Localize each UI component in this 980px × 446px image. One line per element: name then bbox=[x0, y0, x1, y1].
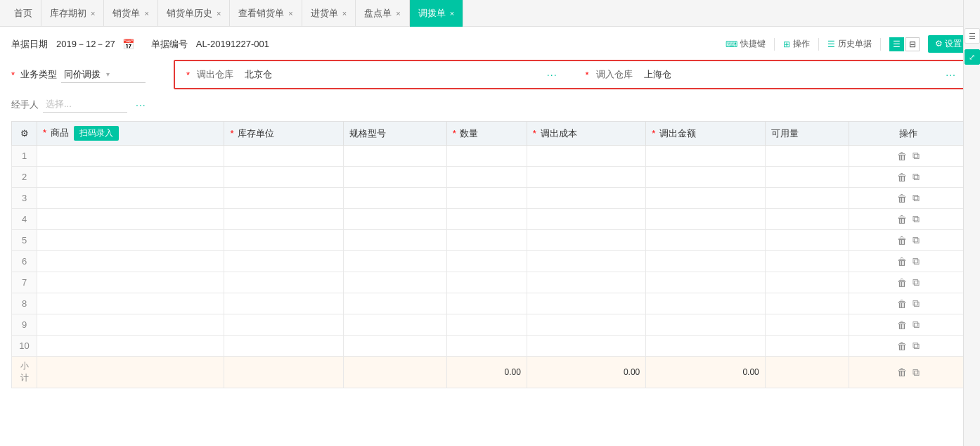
row-1-unit[interactable] bbox=[224, 146, 343, 167]
transfer-in-more-button[interactable]: ··· bbox=[946, 69, 956, 80]
row-3-amount[interactable] bbox=[646, 188, 765, 209]
row-10-available[interactable] bbox=[765, 336, 849, 357]
row-9-quantity[interactable] bbox=[446, 314, 527, 336]
row-1-copy-icon[interactable]: ⧉ bbox=[911, 150, 921, 162]
row-3-unit[interactable] bbox=[224, 188, 343, 209]
row-4-unit[interactable] bbox=[224, 209, 343, 230]
row-7-available[interactable] bbox=[765, 272, 849, 293]
row-9-amount[interactable] bbox=[646, 314, 765, 336]
row-6-cost[interactable] bbox=[527, 251, 645, 272]
row-7-cost[interactable] bbox=[527, 272, 645, 293]
row-6-spec[interactable] bbox=[343, 251, 446, 272]
row-5-quantity[interactable] bbox=[446, 230, 527, 251]
row-4-amount[interactable] bbox=[646, 209, 765, 230]
row-1-spec[interactable] bbox=[343, 146, 446, 167]
row-11-unit[interactable] bbox=[224, 357, 343, 388]
row-11-delete-icon[interactable]: 🗑 bbox=[896, 367, 908, 378]
tab-inventory-check-close[interactable]: × bbox=[396, 9, 400, 18]
row-4-spec[interactable] bbox=[343, 209, 446, 230]
row-7-product[interactable] bbox=[37, 272, 224, 293]
row-1-cost[interactable] bbox=[527, 146, 645, 167]
row-7-quantity[interactable] bbox=[446, 272, 527, 293]
row-6-product[interactable] bbox=[37, 251, 224, 272]
tab-sales-history[interactable]: 销货单历史 × bbox=[158, 0, 230, 27]
row-6-quantity[interactable] bbox=[446, 251, 527, 272]
row-7-amount[interactable] bbox=[646, 272, 765, 293]
row-7-unit[interactable] bbox=[224, 272, 343, 293]
row-8-cost[interactable] bbox=[527, 293, 645, 314]
row-1-amount[interactable] bbox=[646, 146, 765, 167]
tab-sales-order-close[interactable]: × bbox=[144, 9, 148, 18]
row-9-spec[interactable] bbox=[343, 314, 446, 336]
row-3-cost[interactable] bbox=[527, 188, 645, 209]
row-5-cost[interactable] bbox=[527, 230, 645, 251]
transfer-out-more-button[interactable]: ··· bbox=[547, 69, 557, 80]
tab-purchase[interactable]: 进货单 × bbox=[302, 0, 356, 27]
row-6-amount[interactable] bbox=[646, 251, 765, 272]
row-1-quantity[interactable] bbox=[446, 146, 527, 167]
row-8-unit[interactable] bbox=[224, 293, 343, 314]
tab-inventory-init-close[interactable]: × bbox=[91, 9, 95, 18]
row-11-amount[interactable]: 0.00 bbox=[646, 357, 765, 388]
shortcuts-button[interactable]: ⌨ 快捷键 bbox=[726, 38, 766, 50]
row-3-available[interactable] bbox=[765, 188, 849, 209]
row-5-delete-icon[interactable]: 🗑 bbox=[896, 235, 908, 246]
tab-transfer[interactable]: 调拨单 × bbox=[410, 0, 463, 27]
row-2-cost[interactable] bbox=[527, 167, 645, 188]
row-10-quantity[interactable] bbox=[446, 336, 527, 357]
tab-purchase-close[interactable]: × bbox=[342, 9, 347, 18]
row-9-unit[interactable] bbox=[224, 314, 343, 336]
row-11-cost[interactable]: 0.00 bbox=[527, 357, 645, 388]
row-9-cost[interactable] bbox=[527, 314, 645, 336]
row-11-quantity[interactable]: 0.00 bbox=[446, 357, 527, 388]
row-8-delete-icon[interactable]: 🗑 bbox=[896, 298, 908, 310]
calendar-icon[interactable]: 📅 bbox=[122, 39, 134, 50]
row-7-copy-icon[interactable]: ⧉ bbox=[911, 276, 921, 288]
row-9-delete-icon[interactable]: 🗑 bbox=[896, 319, 908, 331]
row-8-copy-icon[interactable]: ⧉ bbox=[911, 298, 921, 310]
row-10-spec[interactable] bbox=[343, 336, 446, 357]
row-1-product[interactable] bbox=[37, 146, 224, 167]
row-2-quantity[interactable] bbox=[446, 167, 527, 188]
row-5-copy-icon[interactable]: ⧉ bbox=[911, 234, 921, 246]
row-2-amount[interactable] bbox=[646, 167, 765, 188]
row-3-delete-icon[interactable]: 🗑 bbox=[896, 193, 908, 204]
row-3-spec[interactable] bbox=[343, 188, 446, 209]
operations-button[interactable]: ⊞ 操作 bbox=[783, 38, 810, 50]
agent-select[interactable]: 选择... bbox=[43, 96, 127, 113]
row-9-copy-icon[interactable]: ⧉ bbox=[911, 319, 921, 331]
row-9-product[interactable] bbox=[37, 314, 224, 336]
row-2-spec[interactable] bbox=[343, 167, 446, 188]
row-4-cost[interactable] bbox=[527, 209, 645, 230]
row-7-delete-icon[interactable]: 🗑 bbox=[896, 277, 908, 288]
row-3-quantity[interactable] bbox=[446, 188, 527, 209]
row-11-copy-icon[interactable]: ⧉ bbox=[911, 367, 921, 378]
row-5-product[interactable] bbox=[37, 230, 224, 251]
row-7-spec[interactable] bbox=[343, 272, 446, 293]
row-8-spec[interactable] bbox=[343, 293, 446, 314]
tab-view-sales-close[interactable]: × bbox=[288, 9, 292, 18]
col-settings-header[interactable]: ⚙ bbox=[12, 122, 37, 146]
scan-button[interactable]: 扫码录入 bbox=[74, 126, 119, 141]
row-1-delete-icon[interactable]: 🗑 bbox=[896, 151, 908, 162]
row-10-amount[interactable] bbox=[646, 336, 765, 357]
row-10-cost[interactable] bbox=[527, 336, 645, 357]
row-1-available[interactable] bbox=[765, 146, 849, 167]
row-10-delete-icon[interactable]: 🗑 bbox=[896, 340, 908, 352]
row-4-copy-icon[interactable]: ⧉ bbox=[911, 213, 921, 225]
row-5-spec[interactable] bbox=[343, 230, 446, 251]
side-expand-button[interactable]: ⤢ bbox=[965, 49, 980, 65]
history-button[interactable]: ☰ 历史单据 bbox=[827, 38, 872, 50]
row-2-available[interactable] bbox=[765, 167, 849, 188]
list-view-button[interactable]: ☰ bbox=[889, 37, 904, 51]
row-4-quantity[interactable] bbox=[446, 209, 527, 230]
side-list-button[interactable]: ☰ bbox=[965, 28, 980, 44]
row-8-available[interactable] bbox=[765, 293, 849, 314]
row-4-available[interactable] bbox=[765, 209, 849, 230]
row-10-unit[interactable] bbox=[224, 336, 343, 357]
tab-sales-order[interactable]: 销货单 × bbox=[104, 0, 157, 27]
row-6-unit[interactable] bbox=[224, 251, 343, 272]
tab-home[interactable]: 首页 bbox=[6, 0, 41, 27]
row-3-product[interactable] bbox=[37, 188, 224, 209]
row-6-available[interactable] bbox=[765, 251, 849, 272]
